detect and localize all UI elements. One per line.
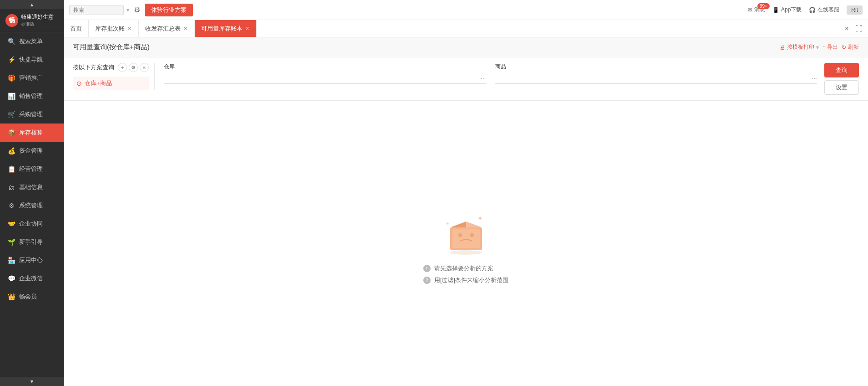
app-download-button[interactable]: 📱 App下载 xyxy=(772,6,802,14)
warehouse-input[interactable] xyxy=(164,75,479,81)
refresh-label: 刷新 xyxy=(848,43,859,51)
product-input[interactable] xyxy=(495,75,810,81)
query-action-btns: 查询 设置 xyxy=(817,63,859,95)
warehouse-dots-button[interactable]: ··· xyxy=(481,74,486,82)
appcenter-icon: 🏪 xyxy=(7,257,15,264)
tab-close-all-button[interactable]: × xyxy=(843,23,851,35)
add-scheme-button[interactable]: + xyxy=(118,63,127,72)
sidebar-item-label: 应用中心 xyxy=(19,256,43,264)
sidebar-item-appcenter[interactable]: 🏪 应用中心 xyxy=(0,251,64,269)
query-fields: 仓库 ··· 商品 ··· xyxy=(155,63,817,84)
tabs-bar: 首页 库存批次账 × 收发存汇总表 × 可用量库存账本 × × ⛶ xyxy=(64,20,868,37)
tip2-num: 2 xyxy=(423,277,431,284)
query-sidebar: 按以下方案查询 + ⚙ « ⊙ 仓库+商品 xyxy=(73,63,155,90)
tab-batch-account[interactable]: 库存批次账 × xyxy=(89,20,139,37)
tab-batch-account-close[interactable]: × xyxy=(127,26,132,32)
sidebar-item-ops[interactable]: 📋 经营管理 xyxy=(0,160,64,178)
message-button[interactable]: ✉ 消息 99+ xyxy=(748,6,765,14)
product-dots-button[interactable]: ··· xyxy=(812,74,817,82)
logo-text: 畅康通好生意 xyxy=(21,14,54,21)
finance-icon: 💰 xyxy=(7,147,15,154)
collapse-button[interactable]: « xyxy=(140,63,149,72)
sidebar-item-finance[interactable]: 💰 资金管理 xyxy=(0,142,64,160)
app-download-label: App下载 xyxy=(781,6,802,14)
refresh-icon: ↻ xyxy=(842,44,846,51)
sidebar-item-inventory[interactable]: 📦 库存核算 xyxy=(0,124,64,142)
coop-icon: 🤝 xyxy=(7,220,15,227)
page-title-bar: 可用量查询(按仓库+商品) 🖨 按模板打印 ▾ ↑ 导出 ↻ 刷新 xyxy=(64,37,868,57)
tab-available-ledger-close[interactable]: × xyxy=(245,26,250,32)
tab-available-ledger[interactable]: 可用量库存账本 × xyxy=(195,20,257,37)
sidebar-item-enterprise-coop[interactable]: 🤝 企业协同 xyxy=(0,215,64,233)
empty-tip-2: 2 用[过滤]条件来缩小分析范围 xyxy=(423,276,508,284)
tab-receive-summary-close[interactable]: × xyxy=(183,26,188,32)
sidebar-item-ent-wechat[interactable]: 💬 企业微信 xyxy=(0,269,64,288)
tip1-num: 1 xyxy=(423,265,431,272)
sidebar-item-shortcut[interactable]: ⚡ 快捷导航 xyxy=(0,51,64,69)
sidebar-item-label: 系统管理 xyxy=(19,201,43,210)
sidebar-item-basicinfo[interactable]: 🗂 基础信息 xyxy=(0,178,64,196)
tab-receive-summary[interactable]: 收发存汇总表 × xyxy=(139,20,195,37)
sidebar-item-label: 营销推广 xyxy=(19,74,43,82)
refresh-button[interactable]: ↻ 刷新 xyxy=(842,43,859,51)
svg-point-6 xyxy=(450,250,482,255)
top-header: ▾ ⚙ 体验行业方案 ✉ 消息 99+ 📱 App下载 🎧 在线客服 Rit xyxy=(64,0,868,20)
sidebar-item-search[interactable]: 🔍 搜索菜单 xyxy=(0,32,64,51)
sidebar-item-newuser[interactable]: 🌱 新手引导 xyxy=(0,233,64,251)
sidebar-item-label: 企业微信 xyxy=(19,274,43,283)
sidebar-item-label: 新手引导 xyxy=(19,238,43,246)
sidebar-item-marketing[interactable]: 🎁 营销推广 xyxy=(0,69,64,87)
scheme-settings-button[interactable]: ⚙ xyxy=(129,63,138,72)
export-button[interactable]: ↑ 导出 xyxy=(822,43,838,51)
query-scheme-item[interactable]: ⊙ 仓库+商品 xyxy=(73,77,149,90)
industry-solution-button[interactable]: 体验行业方案 xyxy=(145,4,193,16)
svg-text:✦: ✦ xyxy=(446,221,449,226)
print-button[interactable]: 🖨 按模板打印 ▾ xyxy=(780,43,819,51)
sidebar-item-label: 采购管理 xyxy=(19,110,43,118)
tab-home[interactable]: 首页 xyxy=(64,20,89,37)
tab-expand-button[interactable]: ⛶ xyxy=(853,23,864,35)
header-breadcrumb: ▾ ⚙ 体验行业方案 xyxy=(69,4,744,16)
svg-point-4 xyxy=(458,233,462,237)
query-area: 按以下方案查询 + ⚙ « ⊙ 仓库+商品 仓库 xyxy=(64,57,868,101)
svg-rect-3 xyxy=(452,229,480,248)
warehouse-input-wrapper: ··· xyxy=(164,72,486,84)
online-service-button[interactable]: 🎧 在线客服 xyxy=(809,6,839,14)
sidebar-scroll-up[interactable]: ▲ xyxy=(0,0,64,9)
product-label: 商品 xyxy=(495,63,817,71)
user-avatar[interactable]: Rit xyxy=(847,5,863,15)
breadcrumb-input[interactable] xyxy=(69,5,124,15)
tab-batch-account-label: 库存批次账 xyxy=(95,25,125,33)
settings-gear-button[interactable]: ⚙ xyxy=(132,4,142,16)
query-button[interactable]: 查询 xyxy=(824,63,859,77)
vip-icon: 👑 xyxy=(7,293,15,300)
column-setting-button[interactable]: 设置 xyxy=(824,80,859,95)
sidebar-item-label: 经营管理 xyxy=(19,165,43,173)
wechat-icon: 💬 xyxy=(7,275,15,282)
query-sidebar-title: 按以下方案查询 xyxy=(73,63,114,72)
sidebar-item-label: 搜索菜单 xyxy=(19,37,43,46)
scheme-label: 仓库+商品 xyxy=(85,79,112,87)
export-icon: ↑ xyxy=(822,44,825,51)
headset-icon: 🎧 xyxy=(809,7,816,13)
sidebar-item-purchase[interactable]: 🛒 采购管理 xyxy=(0,105,64,124)
tip2-text: 用[过滤]条件来缩小分析范围 xyxy=(434,276,508,284)
basicinfo-icon: 🗂 xyxy=(7,184,15,191)
tab-available-ledger-label: 可用量库存账本 xyxy=(201,25,243,33)
sidebar-item-system[interactable]: ⚙ 系统管理 xyxy=(0,196,64,215)
purchase-icon: 🛒 xyxy=(7,111,15,118)
print-label: 按模板打印 xyxy=(787,43,814,51)
export-label: 导出 xyxy=(827,43,838,51)
tab-home-label: 首页 xyxy=(70,25,82,33)
sidebar-item-vip[interactable]: 👑 畅会员 xyxy=(0,288,64,306)
print-icon: 🖨 xyxy=(780,44,785,51)
tabs-end: × ⛶ xyxy=(839,23,868,35)
product-input-wrapper: ··· xyxy=(495,72,817,84)
header-right: ✉ 消息 99+ 📱 App下载 🎧 在线客服 Rit xyxy=(748,5,863,15)
tab-receive-summary-label: 收发存汇总表 xyxy=(145,25,181,33)
sidebar-item-sales[interactable]: 📊 销售管理 xyxy=(0,87,64,105)
sidebar-scroll-down[interactable]: ▼ xyxy=(0,377,64,386)
online-service-label: 在线客服 xyxy=(817,6,839,14)
product-field: 商品 ··· xyxy=(495,63,817,84)
sidebar: ▲ 畅 畅康通好生意 标准版 🔍 搜索菜单 ⚡ 快捷导航 🎁 营销推广 📊 销售… xyxy=(0,0,64,386)
